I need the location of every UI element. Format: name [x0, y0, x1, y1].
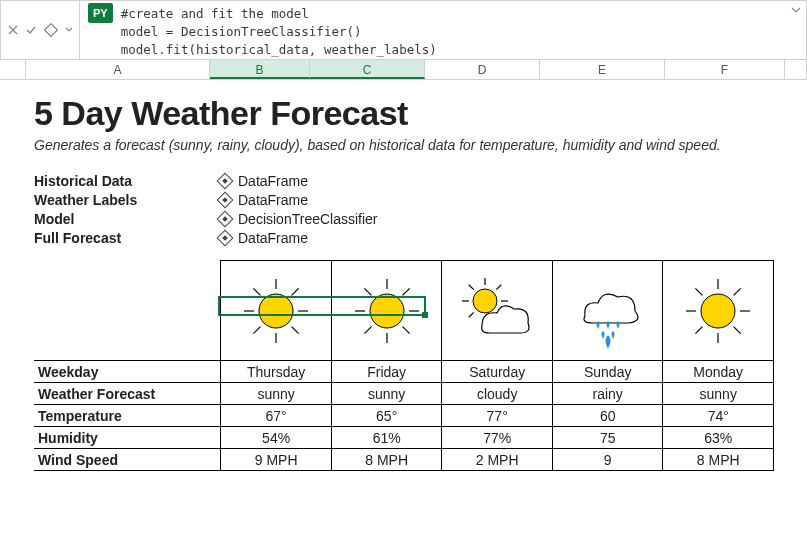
dataframe-icon — [218, 231, 232, 245]
svg-line-35 — [734, 288, 741, 295]
svg-line-8 — [292, 288, 299, 295]
column-header[interactable]: D — [425, 60, 540, 79]
weather-icon-cell — [442, 261, 553, 361]
table-row: Weekday Thursday Friday Saturday Sunday … — [34, 361, 774, 383]
row-header: Weekday — [34, 361, 221, 383]
column-header[interactable]: B — [210, 60, 310, 79]
svg-line-2 — [292, 326, 299, 333]
svg-point-9 — [370, 294, 404, 328]
row-header: Wind Speed — [34, 449, 221, 471]
classifier-icon — [218, 212, 232, 226]
meta-label: Historical Data — [34, 173, 218, 189]
svg-line-33 — [696, 288, 703, 295]
svg-point-26 — [473, 289, 497, 313]
page-title: 5 Day Weather Forecast — [34, 94, 807, 133]
py-object-icon[interactable] — [43, 22, 59, 38]
sun-icon — [342, 271, 432, 351]
sun-icon — [673, 271, 763, 351]
svg-line-31 — [696, 326, 703, 333]
meta-label: Full Forecast — [34, 230, 218, 246]
svg-line-23 — [469, 284, 474, 289]
meta-value[interactable]: DecisionTreeClassifier — [218, 211, 438, 227]
dataframe-icon — [218, 193, 232, 207]
select-all-corner[interactable] — [0, 60, 26, 79]
chevron-down-icon — [791, 5, 801, 15]
formula-expand[interactable] — [786, 1, 806, 15]
table-row: Humidity 54% 61% 77% 75 63% — [34, 427, 774, 449]
weather-icon-cell — [552, 261, 663, 361]
forecast-table: Weekday Thursday Friday Saturday Sunday … — [34, 260, 774, 471]
svg-line-4 — [253, 326, 260, 333]
column-header[interactable]: F — [665, 60, 785, 79]
svg-line-13 — [364, 326, 371, 333]
svg-point-27 — [701, 294, 735, 328]
meta-value[interactable]: DataFrame — [218, 230, 438, 246]
partly-cloudy-icon — [452, 271, 542, 351]
svg-line-15 — [364, 288, 371, 295]
meta-value[interactable]: DataFrame — [218, 173, 438, 189]
chevron-down-icon[interactable] — [65, 26, 73, 34]
meta-value[interactable]: DataFrame — [218, 192, 438, 208]
weather-icon-cell — [331, 261, 442, 361]
formula-bar-controls — [1, 1, 80, 59]
column-header-row: A B C D E F — [0, 60, 807, 80]
row-header: Weather Forecast — [34, 383, 221, 405]
cancel-icon[interactable] — [7, 24, 19, 36]
svg-line-11 — [402, 326, 409, 333]
column-header[interactable]: C — [310, 60, 425, 79]
table-row: Wind Speed 9 MPH 8 MPH 2 MPH 9 8 MPH — [34, 449, 774, 471]
meta-grid: Historical Data DataFrame Weather Labels… — [34, 173, 807, 246]
row-header: Temperature — [34, 405, 221, 427]
svg-line-25 — [496, 284, 501, 289]
svg-line-29 — [734, 326, 741, 333]
worksheet[interactable]: 5 Day Weather Forecast Generates a forec… — [0, 80, 807, 471]
sun-icon — [231, 271, 321, 351]
formula-bar: PY #create and fit the model model = Dec… — [0, 0, 807, 60]
column-header[interactable]: A — [26, 60, 210, 79]
weather-icon-cell — [221, 261, 332, 361]
meta-label: Weather Labels — [34, 192, 218, 208]
meta-label: Model — [34, 211, 218, 227]
weather-icon-cell — [663, 261, 774, 361]
page-subtitle: Generates a forecast (sunny, rainy, clou… — [34, 137, 807, 153]
icon-row — [34, 261, 774, 361]
table-row: Weather Forecast sunny sunny cloudy rain… — [34, 383, 774, 405]
rain-icon — [563, 271, 653, 351]
table-row: Temperature 67° 65° 77° 60 74° — [34, 405, 774, 427]
row-header: Humidity — [34, 427, 221, 449]
python-badge: PY — [88, 3, 113, 23]
svg-point-0 — [259, 294, 293, 328]
dataframe-icon — [218, 174, 232, 188]
confirm-icon[interactable] — [25, 24, 37, 36]
formula-code[interactable]: #create and fit the model model = Decisi… — [117, 1, 786, 59]
svg-line-17 — [402, 288, 409, 295]
svg-line-6 — [253, 288, 260, 295]
column-header[interactable]: E — [540, 60, 665, 79]
svg-line-21 — [469, 312, 474, 317]
